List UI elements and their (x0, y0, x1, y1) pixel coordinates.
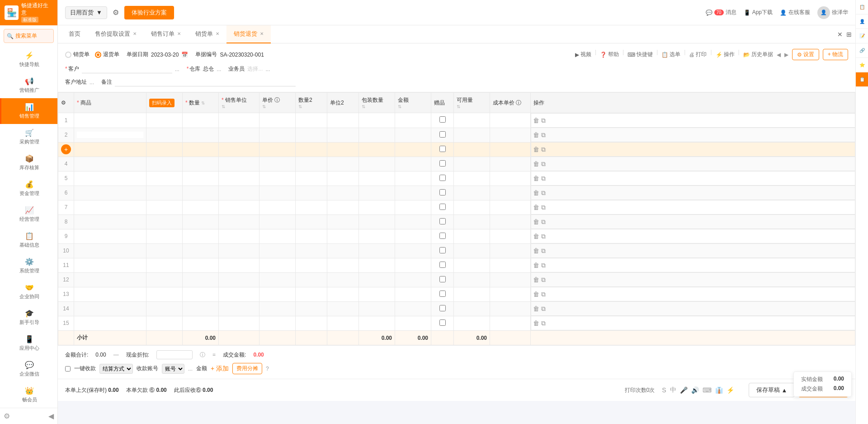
product-input-2[interactable] (77, 132, 143, 138)
sidebar-item-inventory[interactable]: 📦 库存核算 (0, 150, 57, 176)
product-input-1[interactable] (77, 117, 143, 124)
topbar-settings-button[interactable]: ⚙ (113, 8, 119, 17)
delete-row-11[interactable]: 🗑 (533, 260, 539, 270)
copy-row-11[interactable]: ⧉ (541, 260, 546, 270)
gift-check-3[interactable] (439, 146, 446, 152)
tab-price-settings[interactable]: 售价提取设置 ✕ (88, 25, 144, 43)
sidebar-item-basic[interactable]: 📋 基础信息 (0, 227, 57, 253)
next-record-button[interactable]: ▶ (784, 49, 788, 60)
salesperson-select[interactable]: 选择... (247, 65, 263, 73)
history-button[interactable]: 📂 历史单据 (743, 49, 773, 60)
sidebar-item-marketing[interactable]: 📢 营销推广 (0, 72, 57, 98)
delete-row-4[interactable]: 🗑 (533, 159, 539, 169)
tab-delivery-close[interactable]: ✕ (216, 31, 219, 36)
delete-row-6[interactable]: 🗑 (533, 188, 539, 198)
gift-check-1[interactable] (439, 116, 446, 123)
copy-row-9[interactable]: ⧉ (541, 231, 546, 241)
copy-row-3[interactable]: ⧉ (541, 144, 546, 154)
user-profile[interactable]: 👤 徐泽华 (817, 6, 848, 19)
tab-return-close[interactable]: ✕ (260, 31, 264, 36)
customer-dotted[interactable]: ... (175, 66, 179, 72)
delete-row-13[interactable]: 🗑 (533, 289, 539, 299)
delete-row-5[interactable]: 🗑 (533, 173, 539, 183)
gift-check-8[interactable] (439, 218, 446, 224)
gift-check-7[interactable] (439, 204, 446, 210)
help-button[interactable]: ❓ 帮助 (600, 49, 619, 60)
warehouse-dotted[interactable]: ... (217, 66, 221, 72)
tab-home[interactable]: 首页 (61, 25, 88, 43)
calendar-icon[interactable]: 📅 (181, 52, 188, 58)
discount-input[interactable] (156, 350, 193, 359)
select-order-button[interactable]: 📋 选单 (661, 49, 680, 60)
gift-check-13[interactable] (439, 291, 446, 297)
sidebar-collapse-button[interactable]: ◀ (48, 412, 54, 420)
tab-sales-order[interactable]: 销售订单 ✕ (144, 25, 188, 43)
delete-row-7[interactable]: 🗑 (533, 202, 539, 212)
calc-method-select[interactable]: 结算方式 (99, 364, 133, 374)
salesperson-dotted[interactable]: ... (265, 66, 270, 72)
delete-row-15[interactable]: 🗑 (533, 318, 539, 328)
sidebar-item-appcenter[interactable]: 📱 应用中心 (0, 330, 57, 356)
sidebar-item-shortcut[interactable]: ⚡ 快捷导航 (0, 47, 57, 72)
right-panel-item-1[interactable]: 📋 (856, 0, 868, 14)
prev-record-button[interactable]: ◀ (777, 49, 781, 60)
experience-btn[interactable]: 体验行业方案 (124, 6, 174, 19)
gift-check-4[interactable] (439, 160, 446, 167)
right-panel-item-3[interactable]: 📝 (856, 29, 868, 43)
copy-row-8[interactable]: ⧉ (541, 217, 546, 227)
copy-row-7[interactable]: ⧉ (541, 202, 546, 212)
copy-row-6[interactable]: ⧉ (541, 188, 546, 198)
sidebar-item-enterprise[interactable]: 🤝 企业协同 (0, 279, 57, 305)
radio-sales[interactable]: 销货单 (65, 51, 90, 58)
gift-check-9[interactable] (439, 233, 446, 239)
right-panel-item-5[interactable]: ⭐ (856, 58, 868, 72)
copy-row-2[interactable]: ⧉ (541, 130, 546, 140)
gift-check-10[interactable] (439, 247, 446, 253)
gift-check-12[interactable] (439, 276, 446, 282)
delete-row-10[interactable]: 🗑 (533, 246, 539, 256)
gift-check-14[interactable] (439, 305, 446, 311)
online-service-button[interactable]: 👤 在线客服 (780, 9, 810, 16)
copy-row-10[interactable]: ⧉ (541, 246, 546, 256)
delete-row-14[interactable]: 🗑 (533, 304, 539, 314)
copy-row-14[interactable]: ⧉ (541, 304, 546, 314)
delete-row-12[interactable]: 🗑 (533, 275, 539, 285)
right-panel-item-4[interactable]: 🔗 (856, 43, 868, 58)
sidebar-item-purchase[interactable]: 🛒 采购管理 (0, 124, 57, 150)
sidebar-item-newbie[interactable]: 🎓 新手引导 (0, 305, 57, 330)
copy-row-1[interactable]: ⧉ (541, 115, 546, 125)
sidebar-item-sales[interactable]: 📊 销售管理 (0, 98, 57, 124)
settings-form-button[interactable]: ⚙ 设置 (792, 49, 819, 60)
radio-return[interactable]: 退货单 (95, 51, 119, 58)
sidebar-settings-button[interactable]: ⚙ (4, 412, 10, 420)
gift-check-5[interactable] (439, 175, 446, 181)
sidebar-item-wechat[interactable]: 💬 企业微信 (0, 356, 57, 382)
industry-selector[interactable]: 日用百货 ▼ (65, 6, 107, 19)
gift-check-11[interactable] (439, 262, 446, 268)
tab-collapse-button[interactable]: ✕ (837, 31, 843, 38)
sidebar-item-system[interactable]: ⚙️ 系统管理 (0, 253, 57, 279)
print-button[interactable]: 🖨 打印 (689, 49, 707, 60)
sidebar-item-finance[interactable]: 💰 资金管理 (0, 176, 57, 201)
one-click-payment-check[interactable] (65, 366, 71, 372)
fee-split-button[interactable]: 费用分摊 (232, 363, 262, 374)
right-panel-item-2[interactable]: 👤 (856, 14, 868, 29)
tab-price-close[interactable]: ✕ (133, 31, 137, 36)
delete-row-1[interactable]: 🗑 (533, 115, 539, 125)
copy-row-13[interactable]: ⧉ (541, 289, 546, 299)
fee-help-icon[interactable]: ? (266, 366, 269, 372)
delete-row-8[interactable]: 🗑 (533, 217, 539, 227)
sidebar-item-operations[interactable]: 📈 经营管理 (0, 201, 57, 227)
tab-sales-return[interactable]: 销货退货 ✕ (226, 25, 271, 43)
app-download-button[interactable]: 📱 App下载 (744, 9, 773, 16)
account-dotted[interactable]: ... (188, 366, 193, 372)
search-menu-button[interactable]: 🔍 搜索菜单 (4, 29, 54, 43)
operation-button[interactable]: ⚡ 操作 (716, 49, 735, 60)
copy-row-12[interactable]: ⧉ (541, 275, 546, 285)
add-payment-button[interactable]: + 添加 (211, 365, 229, 373)
table-settings-icon[interactable]: ⚙ (61, 100, 66, 106)
message-button[interactable]: 💬 70 消息 (706, 9, 736, 16)
delete-row-9[interactable]: 🗑 (533, 231, 539, 241)
add-row-button[interactable]: + (61, 144, 71, 154)
delete-row-3[interactable]: 🗑 (533, 144, 539, 154)
